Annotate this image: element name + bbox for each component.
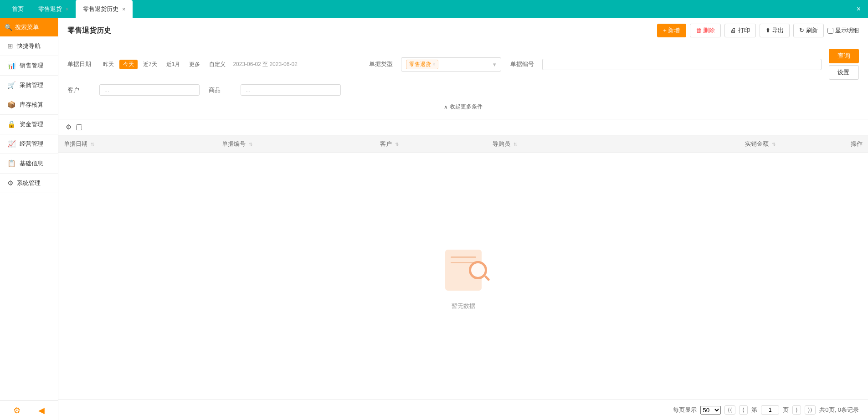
export-button[interactable]: ⬆ 导出 [760,24,790,37]
sort-guide-icon: ⇅ [514,142,517,147]
collapse-filter-bar[interactable]: ∧ 收起更多条件 [67,100,859,113]
customer-input[interactable]: ... [99,84,200,96]
date-range-display: 2023-06-02 至 2023-06-02 [233,61,297,68]
show-detail-input[interactable] [827,28,833,34]
date-btn-more[interactable]: 更多 [185,60,204,69]
purchase-icon: 🛒 [7,81,16,89]
tab-return-history-close[interactable]: × [122,6,125,12]
sidebar-item-purchase-label: 采购管理 [20,81,43,89]
sidebar-item-quick-nav[interactable]: ⊞ 快捷导航 [0,36,58,56]
last-page-button[interactable]: ⟩⟩ [805,405,816,415]
col-guide[interactable]: 导购员 ⇅ [487,135,622,153]
page-header: 零售退货历史 + 新增 🗑 删除 🖨 打印 ⬆ 导出 ↻ 刷新 显示明细 [58,18,868,43]
sidebar: 🔍 搜索菜单 ⊞ 快捷导航 📊 销售管理 🛒 采购管理 📦 库 [0,18,58,420]
data-table: 单据日期 ⇅ 单据编号 ⇅ 客户 ⇅ [58,135,868,153]
date-btn-1month[interactable]: 近1月 [163,60,184,69]
query-button[interactable]: 查询 [829,49,859,63]
col-customer[interactable]: 客户 ⇅ [375,135,487,153]
delete-button[interactable]: 🗑 删除 [690,24,721,37]
page-number-input[interactable] [761,405,779,415]
col-date[interactable]: 单据日期 ⇅ [58,135,216,153]
sidebar-search-label: 搜索菜单 [15,23,39,31]
goods-placeholder: ... [246,87,251,93]
sidebar-item-purchase[interactable]: 🛒 采购管理 [0,76,58,95]
column-settings-icon[interactable]: ⚙ [66,123,72,131]
sidebar-item-base-info[interactable]: 📋 基础信息 [0,154,58,174]
settings-gear-icon[interactable]: ⚙ [13,405,21,415]
type-tag-close[interactable]: × [433,62,436,67]
sidebar-item-system[interactable]: ⚙ 系统管理 [0,174,58,193]
filter-type-label: 单据类型 [369,60,401,68]
system-icon: ⚙ [7,179,13,187]
order-no-input[interactable] [542,59,822,70]
page-title: 零售退货历史 [67,26,111,36]
sales-icon: 📊 [7,61,16,70]
col-action: 操作 [781,135,868,153]
business-icon: 📈 [7,140,16,148]
tab-return-history-label: 零售退货历史 [83,5,118,13]
main-content: 零售退货历史 + 新增 🗑 删除 🖨 打印 ⬆ 导出 ↻ 刷新 显示明细 [58,18,868,420]
show-detail-checkbox[interactable]: 显示明细 [827,26,859,35]
print-button[interactable]: 🖨 打印 [724,24,756,37]
sidebar-item-inventory-label: 库存核算 [20,101,43,109]
sort-order-icon: ⇅ [249,142,252,147]
new-button[interactable]: + 新增 [657,24,686,37]
tab-return-history[interactable]: 零售退货历史 × [76,0,132,18]
sidebar-item-business[interactable]: 📈 经营管理 [0,134,58,154]
filter-type-select[interactable]: 零售退货 × ▾ [401,57,501,72]
prev-page-button[interactable]: ⟨ [739,405,748,415]
finance-icon: 🔒 [7,120,16,128]
empty-text: 暂无数据 [452,302,475,310]
empty-illustration [436,243,491,297]
date-btn-7days[interactable]: 近7天 [139,60,161,69]
table-container: ⚙ 单据日期 ⇅ 单据编号 ⇅ [58,119,868,400]
page-size-label: 每页显示 [673,406,697,414]
tab-return[interactable]: 零售退货 × [31,0,76,18]
search-icon: 🔍 [5,24,12,31]
next-page-button[interactable]: ⟩ [792,405,801,415]
tab-home[interactable]: 首页 [5,0,31,18]
filter-area: 单据日期 昨天 今天 近7天 近1月 更多 自定义 2023-06-02 至 2… [58,43,868,119]
tab-return-close[interactable]: × [66,6,68,12]
empty-state: 暂无数据 [58,153,868,400]
sidebar-item-finance-label: 资金管理 [20,120,43,128]
date-btn-custom[interactable]: 自定义 [205,60,229,69]
sidebar-item-finance[interactable]: 🔒 资金管理 [0,115,58,134]
select-all-checkbox[interactable] [76,124,82,130]
date-btn-today[interactable]: 今天 [119,60,138,69]
col-order-no[interactable]: 单据编号 ⇅ [216,135,375,153]
tab-return-label: 零售退货 [38,5,62,13]
sidebar-item-inventory[interactable]: 📦 库存核算 [0,95,58,115]
sidebar-item-sales-label: 销售管理 [20,61,43,70]
sort-date-icon: ⇅ [91,142,94,147]
refresh-button[interactable]: ↻ 刷新 [793,24,824,37]
sidebar-menu: ⊞ 快捷导航 📊 销售管理 🛒 采购管理 📦 库存核算 🔒 资金管理 [0,36,58,400]
collapse-label: 收起更多条件 [450,103,483,111]
sidebar-item-system-label: 系统管理 [17,179,41,187]
sidebar-item-sales[interactable]: 📊 销售管理 [0,56,58,76]
collapse-sidebar-icon[interactable]: ◀ [38,405,45,415]
page-size-select[interactable]: 10 20 50 100 [700,406,721,415]
col-amount[interactable]: 实销金额 ⇅ [623,135,781,153]
sidebar-item-quick-nav-label: 快捷导航 [17,42,41,50]
goods-input[interactable]: ... [241,84,341,96]
window-close-button[interactable]: × [857,5,868,13]
tab-home-label: 首页 [12,5,24,13]
date-btn-yesterday[interactable]: 昨天 [99,60,118,69]
collapse-up-icon: ∧ [444,104,448,110]
customer-placeholder: ... [104,87,109,93]
tab-list: 首页 零售退货 × 零售退货历史 × [5,0,857,18]
top-bar: 首页 零售退货 × 零售退货历史 × × [0,0,868,18]
inventory-icon: 📦 [7,101,16,109]
show-detail-label: 显示明细 [835,26,859,35]
sidebar-search[interactable]: 🔍 搜索菜单 [0,18,58,36]
filter-goods-label: 商品 [209,86,241,94]
setting-button[interactable]: 设置 [829,65,859,80]
type-tag-retail-return: 零售退货 × [406,60,439,69]
filter-row-2: 客户 ... 商品 ... [67,84,859,96]
page-actions: + 新增 🗑 删除 🖨 打印 ⬆ 导出 ↻ 刷新 显示明细 [657,24,859,37]
quick-nav-icon: ⊞ [7,42,13,50]
first-page-button[interactable]: ⟨⟨ [724,405,735,415]
base-info-icon: 📋 [7,159,16,168]
sidebar-bottom: ⚙ ◀ [0,400,58,420]
